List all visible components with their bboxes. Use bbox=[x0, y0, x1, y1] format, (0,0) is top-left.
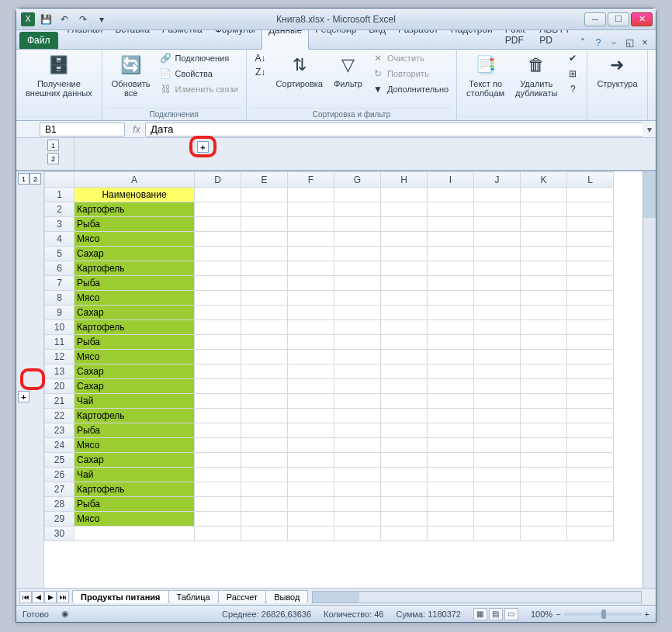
cell[interactable] bbox=[241, 232, 288, 247]
cell[interactable] bbox=[334, 482, 381, 497]
cell[interactable] bbox=[241, 306, 288, 320]
cell[interactable] bbox=[428, 527, 474, 541]
row-header[interactable]: 8 bbox=[45, 291, 74, 306]
cell[interactable] bbox=[521, 394, 567, 409]
cell[interactable]: Мясо bbox=[74, 438, 195, 453]
cell[interactable] bbox=[567, 423, 614, 438]
undo-icon[interactable]: ↶ bbox=[57, 12, 72, 27]
cell[interactable] bbox=[334, 438, 381, 453]
file-tab[interactable]: Файл bbox=[19, 32, 58, 49]
cell[interactable] bbox=[288, 468, 334, 482]
cell[interactable] bbox=[288, 512, 334, 527]
data-validation-button[interactable]: ✔ bbox=[563, 51, 582, 65]
row-header[interactable]: 30 bbox=[45, 527, 74, 541]
cell[interactable] bbox=[195, 379, 241, 394]
cell[interactable] bbox=[428, 468, 474, 482]
cell[interactable] bbox=[474, 232, 521, 247]
cell[interactable] bbox=[521, 202, 567, 217]
cell[interactable] bbox=[428, 320, 474, 335]
cell[interactable] bbox=[474, 291, 521, 306]
cell[interactable] bbox=[521, 423, 567, 438]
expand-columns-button[interactable]: + bbox=[197, 141, 209, 153]
cell[interactable] bbox=[521, 291, 567, 306]
text-to-columns-button[interactable]: 📑 Текст по столбцам bbox=[462, 51, 509, 99]
cell[interactable] bbox=[241, 482, 288, 497]
cell[interactable] bbox=[567, 306, 614, 320]
cell[interactable] bbox=[428, 497, 474, 512]
cell[interactable] bbox=[428, 512, 474, 527]
mdi-close-icon[interactable]: × bbox=[639, 36, 651, 49]
cell[interactable] bbox=[428, 217, 474, 232]
cell[interactable] bbox=[381, 394, 428, 409]
cell[interactable] bbox=[241, 291, 288, 306]
cell[interactable] bbox=[381, 438, 428, 453]
cell[interactable] bbox=[381, 453, 428, 468]
cell[interactable] bbox=[521, 379, 567, 394]
cell[interactable] bbox=[334, 364, 381, 379]
cell[interactable] bbox=[241, 453, 288, 468]
cell[interactable]: Рыба bbox=[74, 423, 195, 438]
cell[interactable] bbox=[288, 379, 334, 394]
cell[interactable] bbox=[195, 202, 241, 217]
structure-button[interactable]: ➜ Структура bbox=[592, 51, 642, 90]
tab-nav-last-icon[interactable]: ⏭ bbox=[57, 591, 69, 603]
select-all-corner[interactable] bbox=[45, 172, 74, 188]
cell[interactable] bbox=[521, 306, 567, 320]
cell[interactable] bbox=[334, 291, 381, 306]
cell[interactable] bbox=[195, 438, 241, 453]
cell[interactable]: Картофель bbox=[74, 482, 195, 497]
row-header[interactable]: 10 bbox=[45, 320, 74, 335]
cell[interactable] bbox=[195, 512, 241, 527]
cell[interactable] bbox=[241, 202, 288, 217]
column-header-F[interactable]: F bbox=[288, 172, 334, 188]
cell[interactable] bbox=[428, 261, 474, 276]
cell[interactable] bbox=[288, 188, 334, 202]
cell[interactable] bbox=[521, 276, 567, 291]
cell[interactable] bbox=[474, 512, 521, 527]
cell[interactable] bbox=[334, 350, 381, 364]
cell[interactable]: Мясо bbox=[74, 232, 195, 247]
refresh-all-button[interactable]: 🔄 Обновить все bbox=[107, 51, 155, 99]
row-header[interactable]: 6 bbox=[45, 261, 74, 276]
cell[interactable] bbox=[521, 261, 567, 276]
row-header[interactable]: 4 bbox=[45, 232, 74, 247]
cell[interactable] bbox=[381, 261, 428, 276]
cell[interactable] bbox=[288, 527, 334, 541]
sheet-tab[interactable]: Продукты питания bbox=[72, 590, 169, 603]
cell[interactable] bbox=[195, 527, 241, 541]
cell[interactable] bbox=[381, 291, 428, 306]
cell[interactable] bbox=[334, 320, 381, 335]
cell[interactable] bbox=[521, 527, 567, 541]
cell[interactable] bbox=[288, 482, 334, 497]
col-outline-level-2[interactable]: 2 bbox=[47, 153, 59, 164]
row-header[interactable]: 13 bbox=[45, 364, 74, 379]
cell[interactable] bbox=[195, 306, 241, 320]
name-box[interactable] bbox=[40, 123, 125, 136]
cell[interactable] bbox=[241, 276, 288, 291]
cell[interactable] bbox=[288, 306, 334, 320]
cell[interactable] bbox=[567, 512, 614, 527]
zoom-in-icon[interactable]: + bbox=[645, 610, 649, 619]
cell[interactable] bbox=[288, 364, 334, 379]
cell[interactable]: Картофель bbox=[74, 202, 195, 217]
horizontal-scrollbar[interactable] bbox=[312, 591, 642, 603]
cell[interactable] bbox=[334, 527, 381, 541]
cell[interactable] bbox=[428, 394, 474, 409]
cell[interactable] bbox=[474, 468, 521, 482]
cell[interactable] bbox=[521, 512, 567, 527]
row-header[interactable]: 28 bbox=[45, 497, 74, 512]
cell[interactable] bbox=[567, 335, 614, 350]
row-header[interactable]: 9 bbox=[45, 306, 74, 320]
cell[interactable] bbox=[521, 438, 567, 453]
cell[interactable] bbox=[474, 335, 521, 350]
cell[interactable] bbox=[334, 306, 381, 320]
cell[interactable] bbox=[521, 482, 567, 497]
row-header[interactable]: 26 bbox=[45, 468, 74, 482]
view-pagelayout-icon[interactable]: ▤ bbox=[489, 608, 503, 620]
cell[interactable] bbox=[195, 188, 241, 202]
row-header[interactable]: 20 bbox=[45, 379, 74, 394]
cell[interactable]: Чай bbox=[74, 468, 195, 482]
cell[interactable] bbox=[195, 409, 241, 423]
cell[interactable] bbox=[334, 261, 381, 276]
cell[interactable] bbox=[195, 261, 241, 276]
